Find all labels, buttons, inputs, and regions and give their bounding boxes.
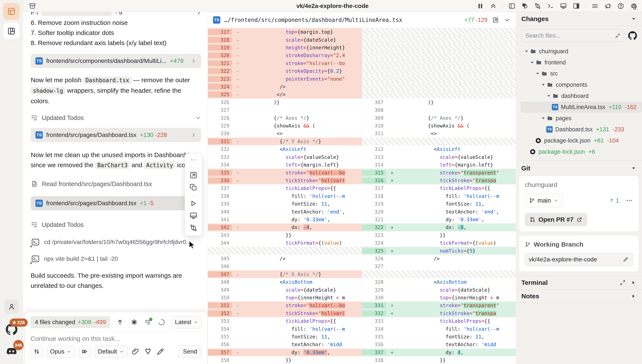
help-icon[interactable]: [617, 2, 624, 10]
mode-selector[interactable]: Default: [94, 345, 128, 358]
version-selector[interactable]: Latest: [171, 316, 202, 328]
terminal-command-row[interactable]: npx vite build 2>&1 | tail -20: [31, 254, 201, 264]
expand-icon[interactable]: [620, 280, 626, 286]
asterisk-icon[interactable]: [130, 318, 138, 326]
folder-icon: [541, 70, 547, 77]
line-number: 323: [208, 76, 232, 82]
chat-bubbles-button[interactable]: [521, 2, 528, 10]
rail-item-workspace[interactable]: [3, 3, 20, 20]
tree-folder-components[interactable]: components: [516, 79, 642, 90]
git-compare-icon[interactable]: [189, 224, 198, 232]
model-selector[interactable]: Opus: [46, 345, 75, 358]
cat-icon[interactable]: [143, 347, 153, 356]
caret-down-icon[interactable]: [546, 93, 551, 98]
monitor-icon[interactable]: [189, 212, 198, 220]
tree-file-package-lock.json[interactable]: package-lock.json+61-104: [516, 135, 642, 146]
composer-settings-button[interactable]: [31, 345, 43, 358]
code-line: {/* X Axis */}: [244, 270, 362, 278]
notes-section-header[interactable]: Notes: [516, 289, 642, 303]
tree-folder-pages[interactable]: pages: [516, 113, 642, 124]
line-number: 333: [208, 154, 232, 160]
tree-folder-dashboard[interactable]: dashboard: [516, 90, 642, 102]
diff-rows[interactable]: 317- top={margin.top}318- scale={dateSca…: [208, 28, 516, 364]
archive-icon[interactable]: [29, 2, 36, 10]
read-file-row[interactable]: Read frontend/src/pages/Dashboard.tsx: [31, 180, 201, 188]
line-number: 324: [362, 240, 386, 246]
tree-folder-frontend[interactable]: frontend: [516, 57, 642, 68]
terminal-section-header[interactable]: Terminal: [516, 276, 642, 289]
git-compare-button[interactable]: [534, 2, 541, 10]
diff-row: 328 {/* Axes */}309 {/* Axes */}: [208, 114, 516, 122]
git-more-menu[interactable]: [626, 197, 633, 204]
drag-handle-dots-icon[interactable]: [190, 156, 197, 163]
search-input[interactable]: [521, 30, 624, 42]
account-button[interactable]: [5, 300, 19, 314]
tree-file-package-lock.json[interactable]: package-lock.json+6: [516, 146, 642, 157]
line-number: 311: [362, 131, 386, 136]
tree-folder-src[interactable]: src: [516, 68, 642, 79]
toggle-right-panel-button[interactable]: [573, 2, 580, 10]
caret-down-icon[interactable]: [541, 82, 546, 87]
updated-todos-row[interactable]: Updated Todos: [31, 221, 201, 228]
rail-item-boards[interactable]: [3, 23, 20, 40]
tree-file-MultiLineArea.tsx[interactable]: TSMultiLineArea.tsx+110-162: [520, 102, 642, 113]
changes-section-header[interactable]: Changes: [516, 12, 642, 26]
megaphone-icon[interactable]: [604, 2, 611, 10]
base-branch-selector[interactable]: main: [525, 194, 562, 207]
caret-down-icon[interactable]: [524, 49, 529, 54]
collapse-all-button[interactable]: [489, 2, 497, 10]
line-number: 346: [208, 264, 232, 269]
split-diff-icon[interactable]: [492, 16, 499, 24]
toggle-left-panel-button[interactable]: [508, 2, 515, 10]
diff-right-cell: 316+ tickStroke="transpa: [362, 177, 516, 184]
attach-icon[interactable]: [131, 347, 140, 356]
pause-button[interactable]: [477, 2, 484, 10]
working-branch-field[interactable]: vk/4e2a-explore-the-code: [525, 253, 633, 266]
diff-left-cell: 334 left={margin.left}: [208, 161, 362, 169]
diff-right-cell: 325+ numTicks={5}: [362, 247, 516, 254]
message-input[interactable]: [31, 335, 202, 342]
send-button[interactable]: Send: [178, 345, 202, 358]
diff-row: 353 tickLabelProps={{333 tickLabelProps=…: [208, 317, 516, 325]
terminal-button[interactable]: [547, 2, 554, 10]
copy-icon[interactable]: [189, 183, 198, 192]
preview-button[interactable]: [560, 2, 567, 10]
diff-marker: -: [232, 350, 244, 355]
file-diff-chip-selected[interactable]: TS frontend/src/pages/Dashboard.tsx +1 -…: [31, 196, 201, 210]
discord-link[interactable]: 346: [6, 346, 18, 358]
github-link[interactable]: ★ 22k: [5, 323, 18, 336]
collapse-tree-icon[interactable]: [614, 32, 621, 39]
tree-file-Dashboard.tsx[interactable]: TSDashboard.tsx+131-233: [516, 124, 642, 135]
line-number: 318: [208, 37, 232, 43]
file-diff-chip[interactable]: TS frontend/src/pages/Dashboard.tsx +130…: [31, 128, 201, 142]
caret-down-icon[interactable]: [541, 116, 546, 121]
chevron-down-icon: [195, 115, 201, 121]
updated-todos-row[interactable]: Updated Todos: [31, 114, 201, 122]
fast-forward-button[interactable]: [78, 345, 91, 358]
files-changed-chip[interactable]: 4 files changed +308 -499: [31, 316, 110, 328]
file-diff-chip[interactable]: TS frontend/src/components/dashboard/Mul…: [31, 54, 201, 68]
code-line: <AxisBottom: [244, 278, 362, 286]
files-changed-label: 4 files changed: [35, 319, 75, 326]
git-section-header[interactable]: Git: [516, 162, 642, 175]
scroll-to-top-icon[interactable]: [116, 318, 124, 326]
caret-down-icon[interactable]: [535, 71, 540, 76]
chevron-down-icon[interactable]: [504, 16, 511, 24]
pen-icon[interactable]: [156, 347, 165, 356]
diff-left-cell: 356 textAnchor: 'midd: [208, 340, 362, 348]
terminal-command-row[interactable]: cd /private/var/folders/10/h7w0q46556ggr…: [31, 237, 201, 247]
divider: [189, 195, 198, 196]
github-cat-icon[interactable]: [628, 31, 637, 40]
edit-pencil-icon[interactable]: [622, 256, 629, 263]
diff-right-cell: 326 />: [362, 255, 516, 262]
diff-left-cell: 326 )}: [208, 98, 362, 106]
menu-icon[interactable]: [591, 2, 599, 10]
play-icon[interactable]: [189, 199, 198, 208]
split-diff-icon[interactable]: [189, 171, 198, 180]
diff-row: 349 scale={dateScale}329 scale={dateScal…: [208, 286, 516, 294]
settings-gear-icon[interactable]: [630, 2, 637, 10]
tree-folder-churnguard[interactable]: churnguard: [516, 46, 642, 57]
open-pr-button[interactable]: Open PR #7: [525, 213, 587, 226]
code-line: fill: 'hsl(var(--m: [398, 192, 516, 200]
caret-down-icon[interactable]: [529, 60, 535, 65]
